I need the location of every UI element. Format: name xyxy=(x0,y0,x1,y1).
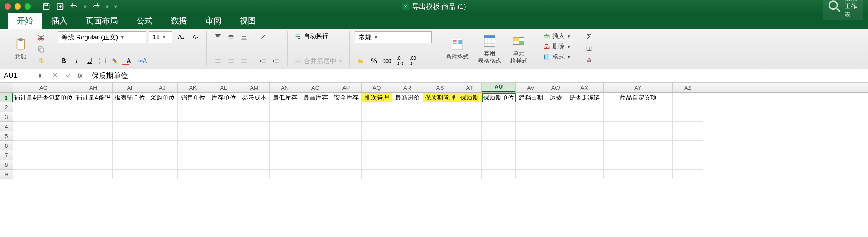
bold-button[interactable]: B xyxy=(58,56,69,66)
cancel-formula-icon[interactable] xyxy=(52,72,58,80)
comma-icon[interactable]: 000 xyxy=(381,56,393,66)
cell-AO1[interactable]: 最高库存 xyxy=(300,93,331,102)
cell-AP5[interactable] xyxy=(331,131,362,141)
fill-icon[interactable] xyxy=(583,43,595,54)
cell-AP9[interactable] xyxy=(331,170,362,179)
column-header-AY[interactable]: AY xyxy=(604,83,673,92)
cell-AX1[interactable]: 是否走冻链 xyxy=(565,93,604,102)
cell-AV8[interactable] xyxy=(516,160,546,170)
phonetic-button[interactable]: abcA xyxy=(136,56,147,66)
cell-AH3[interactable] xyxy=(74,112,113,122)
cell-AH7[interactable] xyxy=(74,150,113,160)
cell-AG4[interactable] xyxy=(13,122,74,131)
tab-insert[interactable]: 插入 xyxy=(42,12,77,29)
cell-AP3[interactable] xyxy=(331,112,362,122)
column-header-AW[interactable]: AW xyxy=(546,83,565,92)
table-format-button[interactable]: 套用 表格格式 xyxy=(475,32,504,66)
cell-AX8[interactable] xyxy=(565,160,604,170)
cell-AZ4[interactable] xyxy=(673,122,703,131)
cell-AM1[interactable]: 参考成本 xyxy=(239,93,270,102)
cell-AW9[interactable] xyxy=(546,170,565,179)
format-painter-icon[interactable] xyxy=(35,55,47,66)
cell-AN8[interactable] xyxy=(270,160,300,170)
cell-AT6[interactable] xyxy=(457,141,482,150)
cell-AO7[interactable] xyxy=(300,150,331,160)
cell-AY4[interactable] xyxy=(604,122,673,131)
cell-AV9[interactable] xyxy=(516,170,546,179)
row-header-2[interactable]: 2 xyxy=(0,102,13,112)
cell-AK6[interactable] xyxy=(178,141,208,150)
cell-AH6[interactable] xyxy=(74,141,113,150)
cell-AJ2[interactable] xyxy=(147,102,178,112)
cell-AU3[interactable] xyxy=(482,112,516,122)
row-header-9[interactable]: 9 xyxy=(0,170,13,179)
cell-AS7[interactable] xyxy=(423,150,457,160)
cell-AT1[interactable]: 保质期 xyxy=(457,93,482,102)
cell-AT2[interactable] xyxy=(457,102,482,112)
italic-button[interactable]: I xyxy=(71,56,82,66)
cell-AO6[interactable] xyxy=(300,141,331,150)
cell-AP1[interactable]: 安全库存 xyxy=(331,93,362,102)
cell-AN3[interactable] xyxy=(270,112,300,122)
cell-AY2[interactable] xyxy=(604,102,673,112)
cell-AR5[interactable] xyxy=(392,131,423,141)
column-header-AK[interactable]: AK xyxy=(178,83,208,92)
column-header-AI[interactable]: AI xyxy=(113,83,147,92)
cell-AZ7[interactable] xyxy=(673,150,703,160)
cell-AG2[interactable] xyxy=(13,102,74,112)
cell-AZ2[interactable] xyxy=(673,102,703,112)
cell-AO3[interactable] xyxy=(300,112,331,122)
cell-AV3[interactable] xyxy=(516,112,546,122)
cell-AM4[interactable] xyxy=(239,122,270,131)
cell-AU2[interactable] xyxy=(482,102,516,112)
column-header-AH[interactable]: AH xyxy=(74,83,113,92)
row-header-1[interactable]: 1 xyxy=(0,93,13,102)
cell-AI2[interactable] xyxy=(113,102,147,112)
align-center-icon[interactable] xyxy=(225,56,237,66)
redo-icon[interactable] xyxy=(92,2,100,11)
align-left-icon[interactable] xyxy=(212,56,224,66)
column-header-AQ[interactable]: AQ xyxy=(362,83,392,92)
cell-AJ9[interactable] xyxy=(147,170,178,179)
cell-AV6[interactable] xyxy=(516,141,546,150)
cell-AN5[interactable] xyxy=(270,131,300,141)
align-top-icon[interactable] xyxy=(212,31,224,42)
cell-AO9[interactable] xyxy=(300,170,331,179)
cell-AS5[interactable] xyxy=(423,131,457,141)
cell-AS1[interactable]: 保质期管理 xyxy=(423,93,457,102)
cell-AN2[interactable] xyxy=(270,102,300,112)
cell-AG6[interactable] xyxy=(13,141,74,150)
merge-center-button[interactable]: 合并后居中 ▼ xyxy=(293,56,344,66)
row-header-4[interactable]: 4 xyxy=(0,122,13,131)
decrease-font-icon[interactable]: A▾ xyxy=(190,32,201,43)
cell-AG7[interactable] xyxy=(13,150,74,160)
cell-AI5[interactable] xyxy=(113,131,147,141)
cell-AR3[interactable] xyxy=(392,112,423,122)
cell-AT4[interactable] xyxy=(457,122,482,131)
cell-AN4[interactable] xyxy=(270,122,300,131)
cell-AU4[interactable] xyxy=(482,122,516,131)
cell-AH5[interactable] xyxy=(74,131,113,141)
orientation-icon[interactable] xyxy=(257,31,269,42)
cell-AQ9[interactable] xyxy=(362,170,392,179)
cell-AX7[interactable] xyxy=(565,150,604,160)
customize-qat-icon[interactable]: ▾ xyxy=(114,3,117,10)
row-header-8[interactable]: 8 xyxy=(0,160,13,170)
cell-AK3[interactable] xyxy=(178,112,208,122)
column-header-AM[interactable]: AM xyxy=(239,83,270,92)
cell-AU6[interactable] xyxy=(482,141,516,150)
cell-AJ1[interactable]: 采购单位 xyxy=(147,93,178,102)
cell-AN7[interactable] xyxy=(270,150,300,160)
cell-AL7[interactable] xyxy=(208,150,239,160)
cell-AT5[interactable] xyxy=(457,131,482,141)
cell-AZ8[interactable] xyxy=(673,160,703,170)
cell-AQ7[interactable] xyxy=(362,150,392,160)
cell-AX5[interactable] xyxy=(565,131,604,141)
cell-AI3[interactable] xyxy=(113,112,147,122)
cell-AV4[interactable] xyxy=(516,122,546,131)
cell-AL5[interactable] xyxy=(208,131,239,141)
cell-AR8[interactable] xyxy=(392,160,423,170)
cell-AT9[interactable] xyxy=(457,170,482,179)
cell-AG5[interactable] xyxy=(13,131,74,141)
cell-AU8[interactable] xyxy=(482,160,516,170)
